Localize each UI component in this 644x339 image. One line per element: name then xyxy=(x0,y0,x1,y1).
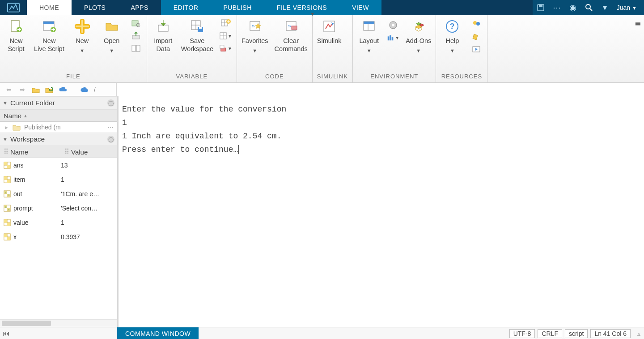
request-support-icon[interactable] xyxy=(470,31,483,42)
import-data-icon xyxy=(155,18,172,35)
command-window[interactable]: Enter the value for the conversion 1 1 I… xyxy=(119,96,644,327)
preferences-gear-icon[interactable] xyxy=(387,20,399,30)
chevron-down-icon: ▼ xyxy=(109,47,114,55)
numeric-var-icon xyxy=(4,219,11,226)
svg-text:»: » xyxy=(252,23,255,29)
ribbon-group-file: New Script New Live Script New▼ Open▼ FI… xyxy=(0,15,147,82)
find-files-icon[interactable] xyxy=(130,18,142,29)
learn-matlab-icon[interactable] xyxy=(470,44,483,55)
save-icon[interactable] xyxy=(533,0,549,15)
tab-apps[interactable]: APPS xyxy=(118,0,161,15)
go-to-start-icon[interactable]: ⏮ xyxy=(0,330,13,338)
svg-rect-2 xyxy=(539,4,542,7)
status-filetype[interactable]: script xyxy=(565,329,588,338)
svg-line-4 xyxy=(590,9,592,11)
restore-layout-icon[interactable]: ▵ xyxy=(633,330,644,337)
target-icon[interactable]: ◉ xyxy=(565,0,581,15)
workspace-row[interactable]: x0.3937 xyxy=(0,230,117,244)
save-workspace-icon xyxy=(189,18,206,35)
open-label: Open xyxy=(104,37,119,45)
compare-icon[interactable] xyxy=(130,43,142,54)
panel-menu-icon[interactable]: ◯ xyxy=(107,99,114,107)
search-dropdown-icon[interactable]: ▾ xyxy=(597,0,613,15)
svg-rect-29 xyxy=(220,45,224,48)
clear-commands-icon: » xyxy=(283,18,300,35)
new-button[interactable]: New▼ xyxy=(71,18,94,55)
new-icon xyxy=(74,18,91,35)
ws-col-value[interactable]: ⠿Value xyxy=(61,148,91,156)
panel-menu-icon[interactable]: ◯ xyxy=(107,136,114,143)
path-separator: / xyxy=(94,86,96,93)
numeric-var-icon xyxy=(4,176,11,183)
import-data-button[interactable]: Import Data xyxy=(152,18,175,53)
cf-col-name[interactable]: Name▲ xyxy=(0,112,31,120)
cf-item-published[interactable]: ▸ Published (m ⋯ xyxy=(0,122,117,133)
horizontal-scrollbar[interactable] xyxy=(0,319,117,327)
forward-icon[interactable]: ➡ xyxy=(17,84,28,95)
svg-rect-42 xyxy=(390,35,391,41)
svg-rect-57 xyxy=(4,176,7,180)
ribbon-group-resources: ? Help▼ RESOURCES xyxy=(436,15,487,82)
numeric-var-icon xyxy=(4,233,11,240)
workspace-header[interactable]: ▼ Workspace ◯ xyxy=(0,133,117,146)
workspace-row[interactable]: chprompt'Select con… xyxy=(0,201,117,215)
addons-button[interactable]: Add-Ons▼ xyxy=(406,18,431,55)
svg-rect-78 xyxy=(7,237,10,240)
status-encoding[interactable]: UTF-8 xyxy=(509,329,535,338)
svg-text:»: » xyxy=(288,23,291,29)
tab-home[interactable]: HOME xyxy=(27,0,72,15)
status-bar: ⏮ COMMAND WINDOW UTF-8 CRLF script Ln 41… xyxy=(0,327,644,339)
svg-rect-20 xyxy=(199,27,202,29)
clear-commands-button[interactable]: » Clear Commands▼ xyxy=(275,18,308,53)
cloud-folder-icon[interactable] xyxy=(57,84,68,95)
user-menu[interactable]: Juan▾ xyxy=(613,4,644,11)
open-button[interactable]: Open▼ xyxy=(100,18,123,55)
upload-icon[interactable] xyxy=(130,30,142,41)
workspace-row[interactable]: value1 xyxy=(0,215,117,230)
more-icon[interactable]: ⋯ xyxy=(549,0,565,15)
tab-file-versions[interactable]: FILE VERSIONS xyxy=(264,0,339,15)
ribbon-group-code: » Favorites▼ » Clear Commands▼ CODE xyxy=(237,15,313,82)
status-position[interactable]: Ln 41 Col 6 xyxy=(590,329,631,338)
simulink-button[interactable]: Simulink xyxy=(317,18,342,45)
clear-workspace-icon[interactable]: ▼ xyxy=(220,43,232,54)
new-live-script-button[interactable]: New Live Script xyxy=(34,18,64,53)
char-var-icon: ch xyxy=(4,205,11,212)
layout-label: Layout xyxy=(359,37,379,45)
community-icon[interactable] xyxy=(470,19,483,30)
open-variable-icon[interactable]: ▼ xyxy=(220,30,232,41)
ws-var-name: ans xyxy=(13,162,24,169)
more-icon[interactable]: ⋯ xyxy=(107,124,114,131)
workspace-row[interactable]: item1 xyxy=(0,172,117,187)
set-path-icon[interactable]: ▼ xyxy=(387,32,399,43)
chevron-down-icon: ▾ xyxy=(633,4,636,11)
workspace-row[interactable]: ans13 xyxy=(0,158,117,172)
up-folder-icon[interactable] xyxy=(30,84,41,95)
layout-button[interactable]: Layout▼ xyxy=(357,18,381,55)
ribbon-group-simulink-label: SIMULINK xyxy=(317,72,348,82)
refresh-folder-icon[interactable] xyxy=(44,84,55,95)
cloud-icon[interactable] xyxy=(79,84,89,95)
svg-rect-53 xyxy=(7,165,10,168)
back-icon[interactable]: ⬅ xyxy=(4,84,14,95)
help-button[interactable]: ? Help▼ xyxy=(441,18,464,55)
status-eol[interactable]: CRLF xyxy=(538,329,562,338)
ws-col-name[interactable]: ⠿Name xyxy=(0,148,61,156)
svg-point-47 xyxy=(476,22,480,26)
ribbon-group-variable: Import Data Save Workspace ▼ ▼ VARIABLE xyxy=(147,15,237,82)
favorites-button[interactable]: » Favorites▼ xyxy=(242,18,268,55)
current-folder-header[interactable]: ▼ Current Folder ◯ xyxy=(0,96,117,110)
save-workspace-button[interactable]: Save Workspace xyxy=(181,18,213,53)
import-data-label: Import Data xyxy=(154,37,172,53)
workspace-row[interactable]: chout'1Cm. are e… xyxy=(0,187,117,201)
search-icon[interactable] xyxy=(581,0,597,15)
new-script-button[interactable]: New Script xyxy=(4,18,28,53)
tab-plots[interactable]: PLOTS xyxy=(72,0,118,15)
new-variable-icon[interactable] xyxy=(220,18,232,29)
tab-view[interactable]: VIEW xyxy=(339,0,381,15)
tab-publish[interactable]: PUBLISH xyxy=(211,0,264,15)
minimize-ribbon-icon[interactable]: ▃ xyxy=(631,15,644,82)
file-mini-buttons xyxy=(130,18,142,54)
tab-editor[interactable]: EDITOR xyxy=(161,0,211,15)
favorites-icon: » xyxy=(246,18,263,35)
